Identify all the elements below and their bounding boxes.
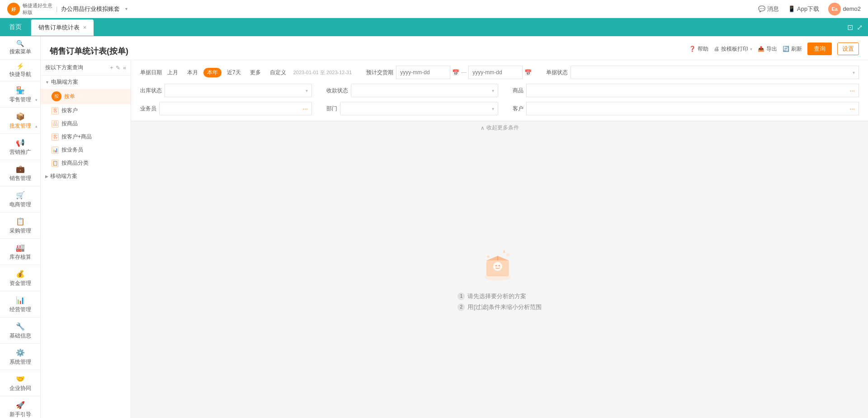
app-download-button[interactable]: 📱 App下载 <box>788 5 819 13</box>
calendar-end-icon[interactable]: 📅 <box>524 69 532 76</box>
scheme-edit-button[interactable]: ✎ <box>116 65 120 71</box>
tab-maximize-icon[interactable]: ⤢ <box>857 23 863 32</box>
svg-point-5 <box>495 265 497 266</box>
logo-text: 畅捷通好生意 标版 <box>23 2 52 15</box>
wholesale-expand-icon: ▴ <box>35 124 38 128</box>
product-select[interactable]: ··· <box>526 84 859 97</box>
date-this-month[interactable]: 本月 <box>184 68 202 77</box>
tab-bar: 首页 销售订单统计表 × ⊡ ⤢ <box>0 18 868 36</box>
sidebar-item-basic[interactable]: 🔧 基础信息 <box>0 318 40 344</box>
expected-date-start-input[interactable] <box>396 66 450 79</box>
scheme-item-category-icon: 📋 <box>52 160 59 167</box>
product-dots-icon[interactable]: ··· <box>849 87 855 94</box>
scheme-item-by-product[interactable]: 品 按商品 <box>41 117 131 130</box>
scheme-item-by-order[interactable]: 按 按单 <box>41 89 131 104</box>
scheme-group-pc-header[interactable]: ▼ 电脑端方案 <box>41 76 131 89</box>
sidebar-item-retail[interactable]: 🏪 零售管理 ▾ <box>0 81 40 108</box>
scheme-item-product-icon: 品 <box>52 120 59 128</box>
settings-button[interactable]: 设置 <box>837 43 859 55</box>
customer-select[interactable]: ··· <box>526 102 859 115</box>
order-status-arrow-icon: ▾ <box>853 70 855 75</box>
collapse-button[interactable]: ∧ 收起更多条件 <box>131 121 868 134</box>
scheme-group-pc: ▼ 电脑端方案 按 按单 客 按客户 品 按商品 <box>41 76 131 170</box>
sidebar-quicknav[interactable]: ⚡ 快捷导航 <box>0 60 40 81</box>
scheme-item-by-customer-product[interactable]: 客 按客户+商品 <box>41 130 131 143</box>
date-range-text: 2023-01-01 至 2023-12-31 <box>293 69 352 76</box>
basic-icon: 🔧 <box>16 322 25 331</box>
guide-icon: 🚀 <box>16 401 25 409</box>
scheme-item-label: 按客户+商品 <box>61 133 92 141</box>
sidebar-item-operation[interactable]: 📊 经营管理 <box>0 291 40 318</box>
order-status-label: 单据状态 <box>546 69 568 76</box>
message-button[interactable]: 💬 消息 <box>758 5 779 13</box>
filter-area: 单据日期 上月 本月 本年 近7天 更多 自定义 2023-01-01 至 20… <box>131 60 868 121</box>
breadcrumb-dropdown-icon[interactable]: ▾ <box>125 6 127 11</box>
scheme-collapse-button[interactable]: « <box>123 65 126 71</box>
sidebar-search[interactable]: 🔍 搜索菜单 <box>0 36 40 60</box>
scheme-panel: 按以下方案查询 + ✎ « ▼ 电脑端方案 按 <box>41 60 131 418</box>
expected-date-end-input[interactable] <box>468 66 523 79</box>
page-title: 销售订单统计表(按单) <box>50 46 128 57</box>
sidebar-item-finance[interactable]: 💰 资金管理 <box>0 265 40 291</box>
date-this-year[interactable]: 本年 <box>203 68 222 77</box>
date-custom[interactable]: 自定义 <box>266 68 290 77</box>
tip-num-2: 2 <box>458 304 465 311</box>
sidebar-item-sales[interactable]: 💼 销售管理 <box>0 160 40 186</box>
calendar-start-icon[interactable]: 📅 <box>452 69 459 76</box>
sidebar-item-ecommerce[interactable]: 🛒 电商管理 <box>0 186 40 213</box>
refresh-button[interactable]: 🔄 刷新 <box>783 45 802 53</box>
sidebar-item-corp[interactable]: 🤝 企业协同 <box>0 370 40 396</box>
scheme-item-by-salesperson[interactable]: 📊 按业务员 <box>41 143 131 157</box>
payment-status-select[interactable]: ▾ <box>351 84 498 97</box>
tab-active[interactable]: 销售订单统计表 × <box>31 19 94 36</box>
date-last-month[interactable]: 上月 <box>164 68 182 77</box>
query-button[interactable]: 查询 <box>807 43 832 55</box>
date-separator: — <box>461 69 467 76</box>
content-body: 按以下方案查询 + ✎ « ▼ 电脑端方案 按 <box>41 60 868 418</box>
sidebar-item-purchase[interactable]: 📋 采购管理 <box>0 213 40 239</box>
tip-num-1: 1 <box>458 293 465 300</box>
shipment-status-select[interactable]: ▾ <box>165 84 312 97</box>
sidebar-item-guide[interactable]: 🚀 新手引导 <box>0 396 40 418</box>
customer-label: 客户 <box>513 105 524 113</box>
content-area: 销售订单统计表(按单) ❓ 帮助 🖨 按模板打印 ▾ 📤 导出 🔄 刷新 <box>41 36 868 418</box>
system-icon: ⚙️ <box>16 348 25 357</box>
scheme-item-customer-icon: 客 <box>52 107 59 114</box>
empty-state: 1 请先选择要分析的方案 2 用[过滤]条件来缩小分析范围 <box>458 242 541 311</box>
salesperson-dots-icon[interactable]: ··· <box>302 105 308 112</box>
salesperson-label: 业务员 <box>140 105 156 113</box>
sidebar-item-inventory[interactable]: 🏭 库存核算 <box>0 239 40 265</box>
export-button[interactable]: 📤 导出 <box>758 45 777 53</box>
date-more[interactable]: 更多 <box>246 68 264 77</box>
tab-restore-icon[interactable]: ⊡ <box>847 23 853 32</box>
sidebar-item-wholesale[interactable]: 📦 批发管理 ▴ <box>0 108 40 134</box>
sidebar-item-system[interactable]: ⚙️ 系统管理 <box>0 344 40 370</box>
user-menu[interactable]: Ea demo2 <box>828 3 861 15</box>
date-last7[interactable]: 近7天 <box>223 68 245 77</box>
mobile-group-label: 移动端方案 <box>50 172 77 180</box>
tab-close-icon[interactable]: × <box>83 25 86 30</box>
scheme-add-button[interactable]: + <box>110 65 113 71</box>
tip-text-1: 请先选择要分析的方案 <box>467 292 526 300</box>
scheme-item-by-category[interactable]: 📋 按商品分类 <box>41 157 131 170</box>
tab-home[interactable]: 首页 <box>0 18 31 36</box>
scheme-group-mobile: ▶ 移动端方案 <box>41 170 131 183</box>
scheme-group-mobile-header[interactable]: ▶ 移动端方案 <box>41 170 131 183</box>
dept-select[interactable]: ▾ <box>340 102 498 115</box>
scheme-panel-header: 按以下方案查询 + ✎ « <box>41 60 131 76</box>
salesperson-select[interactable]: ··· <box>159 102 312 115</box>
filter-row-1: 单据日期 上月 本月 本年 近7天 更多 自定义 2023-01-01 至 20… <box>140 66 859 79</box>
pc-group-label: 电脑端方案 <box>51 78 78 86</box>
inventory-icon: 🏭 <box>16 243 25 252</box>
scheme-item-salesperson-icon: 📊 <box>52 147 59 154</box>
scheme-item-label: 按商品 <box>61 120 78 128</box>
sidebar-item-marketing[interactable]: 📢 营销推广 <box>0 134 40 160</box>
print-button[interactable]: 🖨 按模板打印 ▾ <box>714 45 752 53</box>
filter-row-2: 出库状态 ▾ 收款状态 ▾ <box>140 84 859 97</box>
help-button[interactable]: ❓ 帮助 <box>689 45 708 53</box>
customer-dots-icon[interactable]: ··· <box>849 105 855 112</box>
expected-date-group: 📅 — 📅 <box>396 66 532 79</box>
header-left: 好 畅捷通好生意 标版 | 办公用品行业模拟账套 ▾ <box>7 2 127 15</box>
scheme-item-by-customer[interactable]: 客 按客户 <box>41 104 131 117</box>
order-status-select[interactable]: ▾ <box>571 66 859 79</box>
